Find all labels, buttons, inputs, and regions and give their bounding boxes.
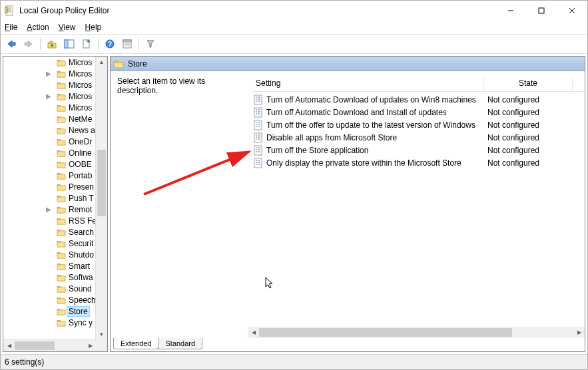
setting-state: Not configured [482,95,567,104]
tree-horizontal-scrollbar[interactable]: ◀ ▶ [3,339,96,351]
forward-button[interactable] [21,36,37,52]
tree-item-label: Portab [69,171,92,180]
list-row[interactable]: Turn off the Store applicationNot config… [252,144,585,156]
tree-item[interactable]: RSS Fe [3,215,107,226]
back-button[interactable] [3,36,19,52]
folder-icon [57,194,66,202]
tree-item[interactable]: Smart [3,260,107,272]
tree-item[interactable]: Micros [3,79,107,91]
tab-standard[interactable]: Standard [158,338,202,349]
scroll-thumb[interactable] [97,150,106,216]
scroll-down-button[interactable]: ▼ [96,329,107,340]
help-button[interactable]: ? [102,36,118,52]
tree-item[interactable]: Sync y [3,317,107,328]
tree-item[interactable]: ▶Micros [3,68,107,79]
setting-state: Not configured [482,146,567,155]
column-header-setting[interactable]: Setting [252,77,484,91]
scroll-right-button[interactable]: ▶ [85,340,96,351]
list-row[interactable]: Turn off Automatic Download and Install … [252,106,585,118]
tree-item-label: Micros [69,69,92,79]
scroll-thumb[interactable] [15,341,55,350]
tree-item[interactable]: Micros [3,102,107,113]
tree-item[interactable]: Portab [3,170,107,181]
setting-name: Turn off the Store application [266,146,482,155]
tree-item-label: News a [69,126,95,135]
tree-item[interactable]: OOBE [3,158,107,170]
menu-action[interactable]: Action [27,23,49,32]
setting-name: Turn off the offer to update to the late… [266,120,482,130]
scroll-left-button[interactable]: ◀ [3,340,15,351]
tree-item[interactable]: OneDr [3,136,107,147]
menubar: File Action View Help [1,21,587,34]
tree-item[interactable]: Presen [3,181,107,192]
folder-icon [57,59,66,67]
tree-item-label: Securit [69,239,93,248]
svg-rect-48 [254,146,262,155]
scroll-up-button[interactable]: ▲ [96,57,107,68]
description-column: Select an item to view its description. [117,77,252,327]
menu-help[interactable]: Help [85,23,102,32]
folder-icon [57,126,66,134]
tree-item[interactable]: Store [3,305,107,317]
app-window: Local Group Policy Editor File Action Vi… [0,0,588,370]
setting-state: Not configured [482,158,567,168]
tree-item-label: Presen [69,182,94,192]
detail-title: Store [128,59,147,69]
folder-icon [57,251,66,259]
close-button[interactable] [557,1,587,21]
toolbar-separator [139,38,139,50]
expander-icon[interactable]: ▶ [45,92,53,100]
tree-item[interactable]: ▶Remot [3,204,107,215]
policy-icon [253,107,264,118]
tree-item[interactable]: Softwa [3,272,107,283]
svg-rect-41 [254,133,262,142]
export-list-button[interactable] [79,36,95,52]
tree-item[interactable]: Search [3,226,107,238]
tree-item[interactable]: Speech [3,294,107,305]
tree-item[interactable]: ▶Micros [3,91,107,102]
show-hide-tree-button[interactable] [61,36,77,52]
up-button[interactable] [44,36,60,52]
list-row[interactable]: Only display the private store within th… [252,156,585,169]
folder-icon [57,160,66,168]
tree-item[interactable]: Push T [3,192,107,204]
tree-item-label: Micros [69,92,92,101]
tab-extended[interactable]: Extended [113,337,158,349]
svg-rect-55 [254,158,262,168]
settings-list: Setting State Turn off Automatic Downloa… [252,77,585,327]
tree-vertical-scrollbar[interactable]: ▲ ▼ [95,57,107,340]
folder-icon [57,262,66,270]
menu-view[interactable]: View [59,23,76,32]
svg-rect-5 [5,7,7,13]
tree-item[interactable]: Online [3,147,107,158]
column-header-state[interactable]: State [484,77,573,91]
list-row[interactable]: Disable all apps from Microsoft StoreNot… [252,131,585,144]
minimize-button[interactable] [495,1,526,21]
list-row[interactable]: Turn off Automatic Download of updates o… [252,93,585,106]
svg-rect-20 [254,95,262,104]
folder-icon [57,92,66,100]
detail-horizontal-scrollbar[interactable]: ◀ ▶ [248,327,585,338]
svg-rect-17 [123,40,131,42]
tree-item[interactable]: Securit [3,238,107,249]
expander-icon[interactable]: ▶ [45,70,53,77]
scroll-right-button[interactable]: ▶ [573,327,585,338]
filter-button[interactable] [143,36,158,52]
list-row[interactable]: Turn off the offer to update to the late… [252,118,585,131]
expander-icon[interactable]: ▶ [45,206,53,213]
tree-item[interactable]: Sound [3,283,107,294]
toolbar-separator [40,38,41,50]
tree-item-label: Search [69,228,94,237]
maximize-button[interactable] [526,1,557,21]
description-prompt: Select an item to view its description. [117,77,205,95]
scroll-left-button[interactable]: ◀ [248,327,259,338]
tree-item[interactable]: News a [3,124,107,136]
tree-item-label: Micros [69,81,92,90]
tree-item[interactable]: NetMe [3,113,107,124]
menu-file[interactable]: File [5,23,17,32]
scroll-thumb[interactable] [259,328,512,337]
scroll-corner [96,340,107,351]
tree-item[interactable]: Shutdo [3,249,107,260]
tree-item[interactable]: Micros [3,57,107,68]
properties-button[interactable] [119,36,135,52]
